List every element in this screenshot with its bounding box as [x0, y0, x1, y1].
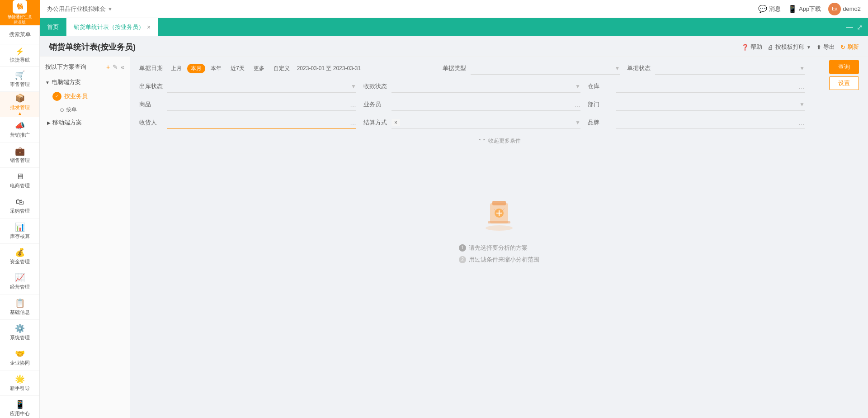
- warehouse-label: 仓库: [588, 82, 613, 90]
- topbar-msg-btn[interactable]: 💬 消息: [758, 5, 781, 13]
- filter-out-status: 出库状态 ▼: [139, 80, 356, 93]
- empty-illustration: [476, 190, 522, 235]
- sidebar-item-quick-nav[interactable]: ⚡ 快捷导航: [0, 46, 40, 64]
- scheme-sub-item-by-order[interactable]: ⊙ 按单: [40, 104, 130, 116]
- recipient-dots-icon[interactable]: …: [350, 119, 356, 126]
- sidebar-item-finance[interactable]: 💰 资金管理: [0, 244, 39, 269]
- date-options-group: 上月 本月 本年 近7天 更多 自定义 2023-03-01 至 2023-03…: [167, 64, 361, 73]
- payment-control[interactable]: × ▼: [392, 116, 580, 129]
- brand-dots-icon[interactable]: …: [798, 119, 805, 126]
- warehouse-dots-icon[interactable]: …: [798, 83, 805, 90]
- inventory-icon: 📊: [15, 222, 25, 232]
- scheme-order-label: 按单: [66, 106, 77, 114]
- tab-minimize-btn[interactable]: —: [846, 23, 853, 31]
- date-btn-7days[interactable]: 近7天: [227, 64, 248, 73]
- breadcrumb-dropdown-icon[interactable]: ▼: [108, 6, 113, 12]
- empty-tip-2: 2 用过滤条件来缩小分析范围: [459, 254, 539, 266]
- out-status-control[interactable]: ▼: [167, 80, 356, 93]
- filter-date: 单据日期 上月 本月 本年 近7天 更多 自定义 2023-03-01 至 20…: [139, 64, 435, 73]
- template-print-btn[interactable]: 🖨 按模板打印 ▼: [768, 43, 811, 51]
- sidebar-item-newbie[interactable]: 🌟 新手引导: [0, 370, 39, 396]
- sidebar-item-system[interactable]: ⚙️ 系统管理: [0, 320, 39, 345]
- system-icon: ⚙️: [15, 323, 25, 333]
- date-btn-last-month[interactable]: 上月: [167, 64, 185, 73]
- logo-icon: 畅: [13, 0, 27, 14]
- settings-btn[interactable]: 设置: [829, 76, 859, 90]
- doc-status-control[interactable]: ▼: [655, 62, 805, 75]
- apps-icon: 📱: [15, 399, 25, 409]
- sidebar-item-apps[interactable]: 📱 应用中心: [0, 396, 39, 418]
- recipient-control[interactable]: …: [167, 116, 356, 129]
- receipt-status-dropdown-icon: ▼: [575, 83, 580, 90]
- sidebar-item-retail[interactable]: 🛒 零售管理: [0, 66, 39, 92]
- ecommerce-icon: 🖥: [16, 172, 24, 181]
- help-btn[interactable]: ❓ 帮助: [741, 43, 762, 51]
- breadcrumb-text: 办公用品行业模拟账套: [47, 5, 106, 13]
- page-full: 销货单统计表(按业务员) ❓ 帮助 🖨 按模板打印 ▼ ⬆ 导出 ↻ 刷新: [40, 36, 868, 418]
- doc-type-control[interactable]: ▼: [471, 62, 620, 75]
- brand-control[interactable]: …: [616, 116, 805, 129]
- topbar-user[interactable]: Ea demo2: [828, 3, 861, 15]
- sidebar-item-basic[interactable]: 📋 基础信息: [0, 294, 39, 320]
- sidebar-item-sales[interactable]: 💼 销售管理: [0, 142, 39, 168]
- refresh-btn[interactable]: ↻ 刷新: [840, 43, 859, 51]
- collapse-panel-icon[interactable]: «: [121, 63, 124, 71]
- tab-maximize-btn[interactable]: ⤢: [857, 23, 863, 32]
- sidebar-item-cooperation[interactable]: 🤝 企业协同: [0, 345, 39, 370]
- date-btn-this-month[interactable]: 本月: [187, 64, 205, 73]
- filter-brand: 品牌 …: [588, 116, 805, 129]
- salesperson-control[interactable]: …: [392, 98, 580, 111]
- topbar-app-btn[interactable]: 📱 App下载: [788, 5, 821, 13]
- tab-home[interactable]: 首页: [40, 18, 66, 36]
- add-scheme-icon[interactable]: +: [106, 63, 110, 71]
- quick-nav-icon: ⚡: [15, 47, 24, 56]
- scheme-item-by-salesperson[interactable]: ✓ 按业务员: [40, 89, 130, 104]
- tab-close-icon[interactable]: ×: [147, 24, 151, 31]
- date-btn-this-year[interactable]: 本年: [207, 64, 225, 73]
- receipt-status-control[interactable]: ▼: [392, 80, 580, 93]
- payment-tag: ×: [392, 119, 400, 126]
- sidebar-item-marketing[interactable]: 📣 营销推广: [0, 117, 39, 142]
- export-btn[interactable]: ⬆ 导出: [816, 43, 835, 51]
- basic-label: 基础信息: [10, 309, 30, 316]
- query-btn[interactable]: 查询: [829, 60, 859, 74]
- sidebar-item-ecommerce[interactable]: 🖥 电商管理: [0, 168, 39, 193]
- sidebar-item-inventory[interactable]: 📊 库存核算: [0, 218, 39, 244]
- sidebar-search[interactable]: 搜索菜单: [0, 25, 39, 44]
- collapse-filter-btn[interactable]: ⌃⌃ 收起更多条件: [139, 134, 859, 147]
- sidebar-item-operation[interactable]: 📈 经营管理: [0, 269, 39, 294]
- operation-label: 经营管理: [10, 284, 30, 290]
- edit-scheme-icon[interactable]: ✎: [113, 63, 118, 71]
- sidebar-quick-nav: ⚡ 快捷导航: [0, 44, 39, 66]
- empty-state: 1 请先选择要分析的方案 2 用过滤条件来缩小分析范围: [130, 153, 868, 302]
- date-btn-more[interactable]: 更多: [250, 64, 268, 73]
- sidebar-item-purchase[interactable]: 🛍 采购管理: [0, 193, 39, 218]
- tabs-bar-right: — ⤢: [846, 23, 868, 32]
- print-dropdown-icon: ▼: [807, 45, 811, 50]
- out-status-dropdown-icon: ▼: [351, 83, 356, 90]
- breadcrumb: 办公用品行业模拟账套 ▼: [47, 5, 753, 13]
- mobile-scheme-header[interactable]: ▶ 移动端方案: [40, 116, 130, 129]
- finance-label: 资金管理: [10, 258, 30, 265]
- sidebar-item-wholesale[interactable]: 📦 批发管理 ▲: [0, 92, 39, 117]
- dept-control[interactable]: ▼: [616, 98, 805, 111]
- mobile-scheme-label: 移动端方案: [52, 119, 82, 127]
- payment-label: 结算方式: [363, 119, 389, 127]
- salesperson-dots-icon[interactable]: …: [574, 101, 580, 108]
- desktop-scheme-header[interactable]: ▼ 电脑端方案: [40, 76, 130, 89]
- filter-area: 单据日期 上月 本月 本年 近7天 更多 自定义 2023-03-01 至 20…: [130, 57, 868, 153]
- date-btn-custom[interactable]: 自定义: [270, 64, 293, 73]
- topbar-right: 💬 消息 📱 App下载 Ea demo2: [758, 3, 861, 15]
- warehouse-control[interactable]: …: [616, 80, 805, 93]
- search-menu-label[interactable]: 搜索菜单: [5, 29, 34, 40]
- goods-dots-icon[interactable]: …: [350, 101, 356, 108]
- payment-tag-close[interactable]: ×: [394, 119, 397, 126]
- purchase-icon: 🛍: [16, 197, 24, 207]
- filter-goods: 商品 …: [139, 98, 356, 111]
- system-label: 系统管理: [10, 334, 30, 341]
- template-print-label: 按模板打印: [775, 43, 805, 51]
- salesperson-label: 业务员: [363, 100, 389, 109]
- out-status-label: 出库状态: [139, 82, 165, 90]
- tab-sales-stats[interactable]: 销货单统计表（按业务员） ×: [66, 18, 158, 36]
- goods-control[interactable]: …: [167, 98, 356, 111]
